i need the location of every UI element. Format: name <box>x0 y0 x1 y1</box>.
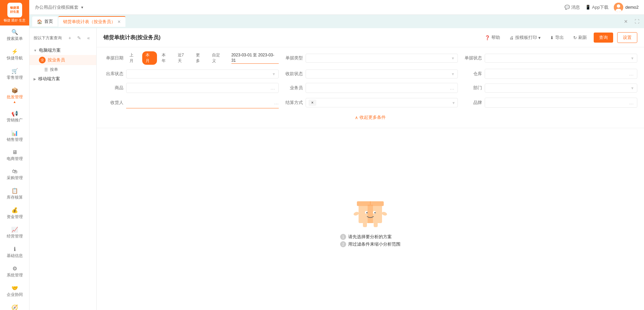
brand-label: 品牌 <box>462 100 482 106</box>
page-title-bar: 销货单统计表(按业务员) ❓ 帮助 🖨 按模板打印 ▾ ⬇ 导出 <box>97 28 644 47</box>
warehouse-select[interactable]: ... <box>485 69 637 79</box>
sidebar-item-marketing[interactable]: 📢 营销推广 <box>0 107 29 126</box>
mobile-scheme-label: 移动端方案 <box>38 76 60 82</box>
tab-sales-stat-label: 销货单统计表（按业务员） <box>63 19 115 25</box>
tab-close-icon[interactable]: ✕ <box>117 19 121 24</box>
message-icon: 💬 <box>565 5 570 10</box>
out-status-select[interactable]: ▾ <box>126 69 279 79</box>
sidebar-item-system[interactable]: ⚙ 系统管理 <box>0 262 29 281</box>
wholesale-icon: 📦 <box>11 87 18 94</box>
edit-scheme-button[interactable]: ✎ <box>75 34 83 42</box>
logo-text: 畅捷通好生意 <box>10 6 19 14</box>
date-tab-thisyear[interactable]: 本年 <box>158 51 173 65</box>
date-tab-thismonth[interactable]: 本月 <box>142 51 157 65</box>
export-button[interactable]: ⬇ 导出 <box>547 33 567 42</box>
logo-icon: 畅捷通好生意 <box>7 3 22 17</box>
date-tab-7days[interactable]: 近7天 <box>174 51 192 65</box>
filter-dept: 部门 ▾ <box>462 83 637 93</box>
app-download-label: App下载 <box>592 4 608 10</box>
tip-num-1: 1 <box>340 234 346 240</box>
sidebar-item-basic[interactable]: ℹ 基础信息 <box>0 243 29 262</box>
goods-select[interactable]: ... <box>126 83 279 93</box>
brand-select[interactable]: ... <box>485 98 637 108</box>
collapse-button[interactable]: ∧ 收起更多条件 <box>353 112 388 122</box>
refresh-button[interactable]: ↻ 刷新 <box>571 33 590 42</box>
mobile-scheme-parent[interactable]: ▶ 移动端方案 <box>30 74 96 84</box>
payment-label: 结算方式 <box>283 100 303 106</box>
add-scheme-button[interactable]: + <box>66 34 73 42</box>
header-right: 💬 消息 📱 App下载 demo2 <box>565 3 639 12</box>
help-button[interactable]: ❓ 帮助 <box>482 33 503 42</box>
sidebar-item-label: 基础信息 <box>7 253 23 259</box>
template-print-button[interactable]: 🖨 按模板打印 ▾ <box>507 33 543 42</box>
svg-rect-14 <box>374 222 378 227</box>
sidebar-item-cooperation[interactable]: 🤝 企业协同 <box>0 281 29 301</box>
bill-type-select[interactable]: ▾ <box>306 54 458 63</box>
dept-select[interactable]: ▾ <box>485 84 637 93</box>
inventory-icon: 📋 <box>11 188 18 194</box>
tab-fullscreen-btn[interactable]: ⛶ <box>633 18 641 25</box>
breadcrumb: 办公用品行业模拟账套 <box>35 4 78 10</box>
desktop-scheme-parent[interactable]: ▼ 电脑端方案 <box>30 46 96 55</box>
receive-status-select[interactable]: ▾ <box>306 69 458 79</box>
collapse-label: 收起更多条件 <box>360 114 386 120</box>
empty-illustration <box>350 190 390 230</box>
date-tab-lastmonth[interactable]: 上月 <box>126 51 141 65</box>
top-header: 办公用品行业模拟账套 ▾ 💬 消息 📱 App下载 de <box>30 0 644 15</box>
sidebar-item-label: 营销推广 <box>7 117 23 123</box>
svg-point-11 <box>353 211 359 216</box>
tab-close-btn[interactable]: ✕ <box>622 18 630 25</box>
salesperson-select[interactable]: ... <box>306 83 458 93</box>
tab-home[interactable]: 🏠 首页 <box>32 16 58 27</box>
filter-goods: 商品 ... <box>103 83 279 93</box>
filter-area: 单据日期 上月 本月 本年 近7天 更多 自定义 2023-03-01 至 20… <box>97 47 644 128</box>
cooperation-icon: 🤝 <box>11 285 18 291</box>
date-tab-more[interactable]: 更多 <box>193 51 207 65</box>
by-order-icon: ☰ <box>44 67 48 72</box>
payment-select[interactable]: × ▾ <box>306 98 458 107</box>
sidebar-nav: 🔍 搜索菜单 ⚡ 快捷导航 🛒 零售管理 📦 批发管理 ▲ 📢 营销推广 📊 销… <box>0 25 29 310</box>
filter-row-4: 收货人 ... 结算方式 × ▾ <box>103 97 637 108</box>
collapse-panel-button[interactable]: « <box>85 34 92 42</box>
tab-home-label: 首页 <box>44 18 53 24</box>
sidebar-item-finance[interactable]: 💰 资金管理 <box>0 204 29 223</box>
user-menu[interactable]: demo2 <box>614 3 639 12</box>
sidebar-item-sales[interactable]: 📊 销售管理 <box>0 126 29 146</box>
sidebar-item-purchase[interactable]: 🛍 采购管理 <box>0 165 29 184</box>
template-print-label: 按模板打印 <box>515 35 537 41</box>
empty-tip-1: 1 请先选择要分析的方案 <box>340 234 400 240</box>
app-download-button[interactable]: 📱 App下载 <box>585 4 608 10</box>
bill-status-select[interactable]: ▾ <box>485 54 637 63</box>
scheme-child-salesperson[interactable]: 业 按业务员 <box>30 55 96 65</box>
finance-icon: 💰 <box>11 207 18 213</box>
scheme-child-by-order[interactable]: ☰ 按单 <box>30 65 96 74</box>
sidebar-item-ecommerce[interactable]: 🖥 电商管理 <box>0 146 29 165</box>
message-button[interactable]: 💬 消息 <box>565 4 580 10</box>
chevron-up-icon: ▲ <box>13 100 16 104</box>
sidebar-item-operation[interactable]: 📈 经营管理 <box>0 223 29 243</box>
query-button[interactable]: 查询 <box>594 33 613 43</box>
settings-button[interactable]: 设置 <box>617 32 637 43</box>
sidebar-item-wholesale[interactable]: 📦 批发管理 ▲ <box>0 84 29 107</box>
search-icon: 🔍 <box>11 29 18 35</box>
tab-sales-stat[interactable]: 销货单统计表（按业务员） ✕ <box>58 16 125 27</box>
sidebar-item-shortcut[interactable]: ⚡ 快捷导航 <box>0 45 29 64</box>
breadcrumb-dropdown[interactable]: ▾ <box>81 5 83 10</box>
sidebar-item-inventory[interactable]: 📋 库存核算 <box>0 184 29 204</box>
sidebar-item-newbie[interactable]: 🧭 新手引导 <box>0 301 29 310</box>
download-icon: 📱 <box>585 5 591 10</box>
sidebar-item-search[interactable]: 🔍 搜索菜单 <box>0 25 29 45</box>
tab-bar: 🏠 首页 销货单统计表（按业务员） ✕ ✕ ⛶ <box>30 15 644 28</box>
sidebar-item-label: 经营管理 <box>7 234 23 239</box>
receiver-input[interactable] <box>126 99 274 106</box>
system-icon: ⚙ <box>12 265 17 272</box>
user-name: demo2 <box>625 5 639 10</box>
bill-status-label: 单据状态 <box>462 55 482 61</box>
export-label: 导出 <box>555 35 564 41</box>
main-area: 办公用品行业模拟账套 ▾ 💬 消息 📱 App下载 de <box>30 0 644 310</box>
sidebar-item-retail[interactable]: 🛒 零售管理 <box>0 64 29 84</box>
date-range-value[interactable]: 2023-03-01 至 2023-03-31 <box>231 52 279 64</box>
chevron-right-icon: ▶ <box>34 77 36 81</box>
goods-label: 商品 <box>103 85 123 91</box>
date-tab-custom[interactable]: 自定义 <box>209 51 227 65</box>
